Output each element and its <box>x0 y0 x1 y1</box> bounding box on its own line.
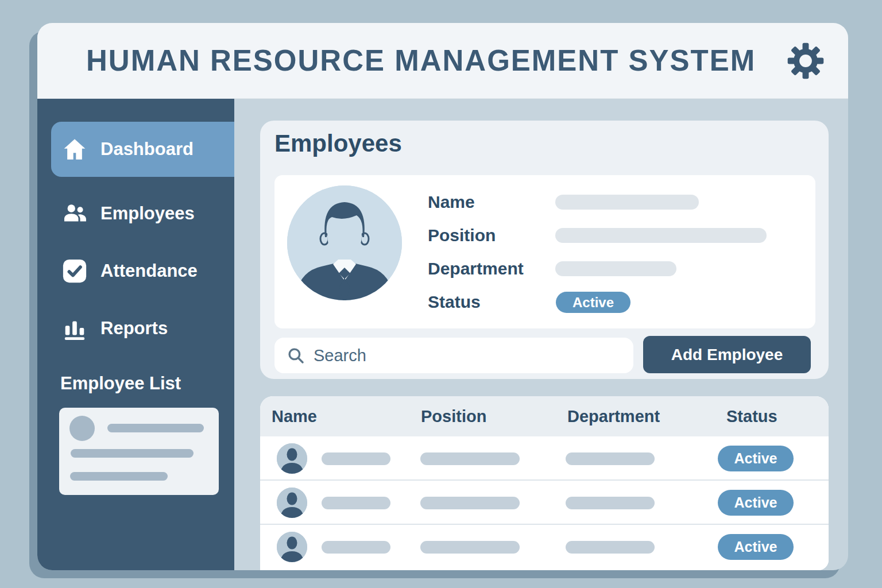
skeleton-bar <box>322 452 390 465</box>
sidebar-item-label: Dashboard <box>100 139 194 160</box>
sidebar-item-attendance[interactable]: Attendance <box>51 253 234 289</box>
skeleton-bar <box>566 541 655 554</box>
sidebar-item-reports[interactable]: Reports <box>51 310 234 347</box>
skeleton-bar <box>71 449 194 458</box>
magnifier-icon <box>286 346 305 365</box>
person-avatar-icon <box>277 443 307 474</box>
sidebar-item-label: Employees <box>100 203 195 224</box>
skeleton-bar <box>420 497 520 509</box>
employee-table: Name Position Department Status Active <box>260 396 829 570</box>
employees-panel: Employees <box>260 121 829 379</box>
bar-chart-icon <box>60 314 89 343</box>
table-row[interactable]: Active <box>260 481 829 525</box>
skeleton-bar <box>555 195 699 210</box>
businessman-avatar-icon <box>287 185 402 300</box>
settings-gear-icon[interactable] <box>786 41 825 80</box>
sidebar-item-dashboard[interactable]: Dashboard <box>51 122 234 177</box>
field-label-status: Status <box>428 291 481 314</box>
skeleton-bar <box>566 452 655 465</box>
search-input[interactable] <box>314 346 622 365</box>
column-header-status: Status <box>726 396 777 436</box>
skeleton-bar <box>566 497 655 509</box>
sidebar-item-label: Attendance <box>100 261 198 281</box>
field-label-name: Name <box>428 191 475 214</box>
sidebar-section-title: Employee List <box>60 373 181 394</box>
main-content: Employees <box>234 99 848 570</box>
status-badge: Active <box>718 446 794 471</box>
person-avatar-icon <box>277 532 307 562</box>
checkbox-check-icon <box>60 257 89 285</box>
status-badge: Active <box>718 490 794 516</box>
sidebar-item-label: Reports <box>100 318 168 339</box>
search-input-container[interactable] <box>274 338 633 373</box>
skeleton-bar <box>420 452 520 465</box>
status-badge: Active <box>556 292 630 313</box>
skeleton-bar <box>555 261 676 276</box>
app-body: Dashboard Employees <box>37 99 848 570</box>
skeleton-bar <box>420 541 520 554</box>
employee-list-preview-card <box>59 408 219 495</box>
sidebar: Dashboard Employees <box>37 99 234 570</box>
home-icon <box>60 135 89 164</box>
column-header-name: Name <box>272 396 317 436</box>
skeleton-bar <box>70 472 168 481</box>
skeleton-bar <box>107 424 204 432</box>
field-label-department: Department <box>428 257 524 280</box>
app-window: HUMAN RESOURCE MANAGEMENT SYSTEM <box>37 23 848 570</box>
column-header-department: Department <box>567 396 660 436</box>
skeleton-bar <box>555 228 767 243</box>
field-label-position: Position <box>428 224 496 247</box>
person-avatar-icon <box>277 488 307 518</box>
screenshot-root: HUMAN RESOURCE MANAGEMENT SYSTEM <box>0 0 882 588</box>
column-header-position: Position <box>421 396 486 436</box>
employee-profile-card: Name Position Department Status Active <box>274 175 815 328</box>
add-employee-button[interactable]: Add Employee <box>643 336 811 373</box>
skeleton-bar <box>322 497 390 509</box>
app-title: HUMAN RESOURCE MANAGEMENT SYSTEM <box>86 44 786 78</box>
table-row[interactable]: Active <box>260 436 829 481</box>
table-header-row: Name Position Department Status <box>260 396 829 436</box>
sidebar-item-employees[interactable]: Employees <box>51 195 234 232</box>
skeleton-bar <box>322 541 390 554</box>
app-header: HUMAN RESOURCE MANAGEMENT SYSTEM <box>37 23 848 99</box>
people-icon <box>60 199 89 228</box>
status-badge: Active <box>718 534 794 560</box>
table-row[interactable]: Active <box>260 525 829 570</box>
page-title: Employees <box>274 130 402 157</box>
avatar-placeholder <box>69 416 95 441</box>
